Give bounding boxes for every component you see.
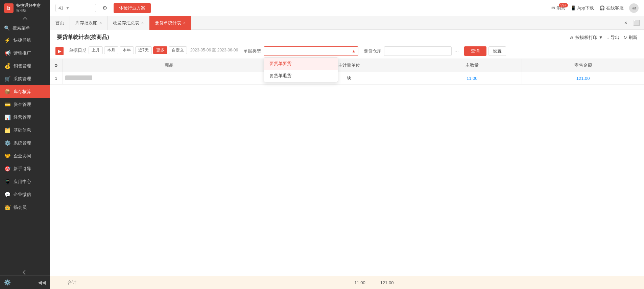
this-month-button[interactable]: 本月	[104, 46, 118, 54]
sidebar-item-guide[interactable]: 🎯 新手引导	[0, 162, 50, 175]
table-header-row: ⚙ 商品 主计量单位 主数量 零售金额	[50, 59, 644, 72]
data-table: ⚙ 商品 主计量单位 主数量 零售金额 1 块	[50, 59, 644, 85]
col-quantity: 主数量	[422, 59, 522, 72]
app-download-icon: 📱	[571, 5, 576, 10]
col-amount: 零售金额	[522, 59, 644, 72]
sidebar: b 畅捷通好生意 标准版 🔍 搜索菜单 ⚡ 快捷导航 📢 营销推广 💰 销售管理…	[0, 0, 50, 289]
logo-sub: 标准版	[16, 8, 41, 13]
page-content: 要货单统计表(按商品) 🖨 按模板打印 ▼ ↓ 导出 ↻ 刷新 ▶	[50, 30, 644, 289]
warehouse-filter-group: 要货仓库 ···	[364, 46, 459, 56]
print-icon: 🖨	[570, 35, 574, 40]
sidebar-scroll-down[interactable]	[0, 269, 50, 275]
row-index: 1	[50, 72, 62, 85]
print-button[interactable]: 🖨 按模板打印 ▼	[570, 35, 603, 41]
messages-button[interactable]: ✉ 消息 99+	[551, 5, 565, 11]
sidebar-search[interactable]: 🔍 搜索菜单	[0, 22, 50, 34]
tab-requisition-close[interactable]: ×	[183, 21, 186, 25]
refresh-label: 刷新	[628, 35, 637, 41]
column-settings-button[interactable]: 设置	[488, 46, 506, 56]
wechat-icon: 💬	[4, 192, 11, 198]
tab-requisition-label: 要货单统计表	[155, 20, 181, 26]
refresh-icon: ↻	[623, 35, 627, 40]
warehouse-filter-input[interactable]	[384, 46, 452, 56]
type-filter-group: 单据类型 ▲ 要货单要货 要货单退货	[243, 46, 358, 56]
sidebar-bottom: ⚙️ ◀◀	[0, 275, 50, 289]
guide-icon: 🎯	[4, 166, 11, 172]
type-filter-input[interactable]	[264, 46, 358, 56]
tab-requisition[interactable]: 要货单统计表 ×	[149, 16, 191, 30]
export-button[interactable]: ↓ 导出	[607, 35, 620, 41]
row-amount: 121.00	[522, 72, 644, 85]
tab-batch-close[interactable]: ×	[99, 21, 102, 25]
filter-expand-button[interactable]: ▶	[55, 47, 64, 55]
tab-summary[interactable]: 收发存汇总表 ×	[108, 16, 149, 30]
row-product	[62, 72, 276, 85]
user-avatar[interactable]: Rit	[629, 3, 639, 13]
online-service-label: 在线客服	[606, 5, 624, 11]
app-download-label: App下载	[577, 5, 594, 11]
sidebar-item-label: 基础信息	[14, 127, 31, 133]
table-body: 1 块 11.00 121.00	[50, 72, 644, 85]
headset-icon: 🎧	[599, 5, 605, 10]
maximize-button[interactable]: ⬜	[632, 18, 641, 28]
settings-icon[interactable]: ⚙️	[4, 279, 11, 286]
sidebar-item-inventory[interactable]: 📦 库存核算	[0, 85, 50, 98]
query-button[interactable]: 查询	[464, 46, 486, 56]
table-header: ⚙ 商品 主计量单位 主数量 零售金额	[50, 59, 644, 72]
sidebar-item-label: 资金管理	[14, 102, 31, 108]
custom-date-button[interactable]: 自定义	[169, 46, 187, 54]
collapse-icon[interactable]: ◀◀	[38, 279, 46, 286]
dropdown-item-requisition-order[interactable]: 要货单要货	[264, 58, 338, 70]
row-amount-link[interactable]: 121.00	[576, 76, 590, 81]
sidebar-item-enterprise[interactable]: 🤝 企业协同	[0, 150, 50, 162]
footer-amount: 121.00	[374, 280, 401, 285]
tab-summary-close[interactable]: ×	[141, 21, 144, 25]
dropdown-item-requisition-return[interactable]: 要货单退货	[264, 70, 338, 82]
sidebar-item-quick-nav[interactable]: ⚡ 快捷导航	[0, 34, 50, 47]
marketing-icon: 📢	[4, 50, 11, 56]
topbar-gear-button[interactable]: ⚙	[100, 3, 110, 13]
main-area: 41 ▼ ⚙ 体验行业方案 ✉ 消息 99+ 📱 App下载 🎧 在线客服 Ri…	[50, 0, 644, 289]
date-buttons: 上月 本月 本年 近7天 更多 自定义	[89, 46, 187, 54]
trial-button[interactable]: 体验行业方案	[114, 3, 151, 13]
sidebar-item-system[interactable]: ⚙️ 系统管理	[0, 137, 50, 150]
company-selector[interactable]: 41 ▼	[55, 4, 96, 12]
sidebar-item-wechat[interactable]: 💬 企业微信	[0, 188, 50, 201]
export-label: 导出	[611, 35, 619, 41]
sidebar-item-purchase[interactable]: 🛒 采购管理	[0, 72, 50, 85]
message-icon: ✉	[551, 5, 555, 10]
tab-batch[interactable]: 库存批次账 ×	[70, 16, 108, 30]
close-all-tabs-button[interactable]: ×	[621, 18, 630, 28]
sales-icon: 💰	[4, 63, 11, 69]
row-quantity-link[interactable]: 11.00	[467, 76, 478, 81]
tab-home[interactable]: 首页	[50, 16, 70, 30]
topbar-left: 41 ▼ ⚙ 体验行业方案	[55, 3, 151, 13]
sidebar-item-app-center[interactable]: 📱 应用中心	[0, 175, 50, 188]
tab-home-label: 首页	[55, 20, 64, 26]
refresh-button[interactable]: ↻ 刷新	[623, 35, 637, 41]
sidebar-item-sales[interactable]: 💰 销售管理	[0, 60, 50, 72]
sidebar-item-marketing[interactable]: 📢 营销推广	[0, 47, 50, 60]
print-label: 按模板打印	[575, 35, 597, 41]
product-name-blurred	[65, 75, 92, 80]
sidebar-item-label: 畅会员	[14, 204, 27, 210]
sidebar-scroll-up[interactable]	[0, 16, 50, 22]
inventory-icon: 📦	[4, 89, 11, 95]
online-service-button[interactable]: 🎧 在线客服	[599, 5, 624, 11]
this-year-button[interactable]: 本年	[120, 46, 134, 54]
sidebar-item-member[interactable]: 👑 畅会员	[0, 201, 50, 214]
tab-summary-label: 收发存汇总表	[113, 20, 139, 26]
last-month-button[interactable]: 上月	[89, 46, 103, 54]
col-settings-icon[interactable]: ⚙	[54, 63, 58, 68]
app-download-button[interactable]: 📱 App下载	[571, 5, 594, 11]
last-7days-button[interactable]: 近7天	[135, 46, 152, 54]
sidebar-item-basic[interactable]: 🗂️ 基础信息	[0, 124, 50, 137]
sidebar-item-operation[interactable]: 📊 经营管理	[0, 111, 50, 124]
sidebar-item-label: 应用中心	[14, 179, 31, 185]
basic-icon: 🗂️	[4, 127, 11, 133]
more-dates-button[interactable]: 更多	[153, 46, 167, 54]
footer-total-text: 合计	[68, 280, 76, 285]
sidebar-item-label: 营销推广	[14, 50, 31, 56]
sidebar-item-finance[interactable]: 💳 资金管理	[0, 98, 50, 111]
more-options-icon[interactable]: ···	[454, 48, 459, 54]
